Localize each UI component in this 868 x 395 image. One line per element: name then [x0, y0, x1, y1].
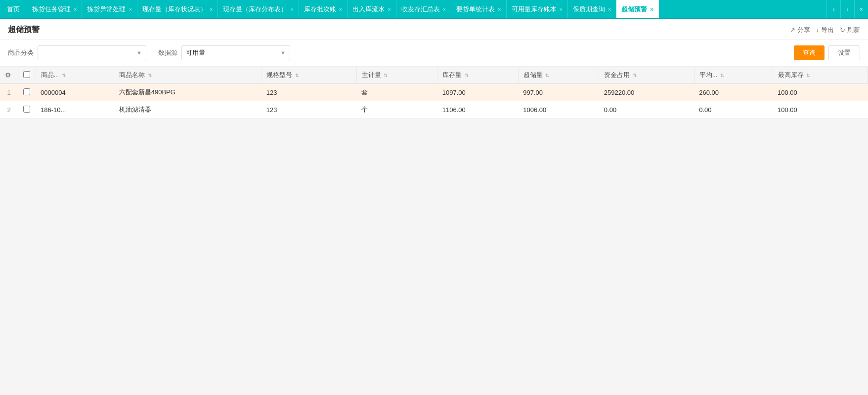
nav-tab-2[interactable]: 拣货异常处理 × [82, 0, 137, 18]
table-row: 1 0000004 六配套新昌490BPG 123 套 1097.00 997.… [0, 84, 868, 101]
close-tab-7[interactable]: × [443, 6, 446, 12]
row-1-code: 0000004 [36, 84, 114, 101]
page-header: 超储预警 ↗ 分享 ↓ 导出 ↻ 刷新 [0, 19, 868, 40]
nav-tab-6[interactable]: 出入库流水 × [347, 0, 396, 18]
sort-spec-icon: ⇅ [295, 73, 299, 78]
sort-name-icon: ⇅ [148, 73, 152, 78]
close-tab-1[interactable]: × [74, 6, 77, 12]
refresh-button[interactable]: ↻ 刷新 [840, 26, 860, 35]
col-header-capital[interactable]: 资金占用 ⇅ [599, 67, 694, 84]
sort-unit-icon: ⇅ [384, 73, 388, 78]
row-1-avg: 260.00 [694, 84, 773, 101]
table-row: 2 186-10... 机油滤清器 123 个 1106.00 1006.00 … [0, 101, 868, 118]
nav-tab-8[interactable]: 要货单统计表 × [451, 0, 506, 18]
query-button[interactable]: 查询 [794, 45, 825, 60]
col-header-check [18, 67, 36, 84]
col-header-code[interactable]: 商品... ⇅ [36, 67, 114, 84]
sort-avg-icon: ⇅ [720, 73, 724, 78]
category-select[interactable]: ▼ [38, 45, 146, 60]
row-1-spec: 123 [261, 84, 356, 101]
row-2-capital: 0.00 [599, 101, 694, 118]
filter-area: 商品分类 ▼ 数据源 可用量 ▼ 查询 设置 [0, 40, 868, 67]
row-1-check [18, 84, 36, 101]
nav-tab-1[interactable]: 拣货任务管理 × [27, 0, 82, 18]
row-2-over: 1006.00 [518, 101, 599, 118]
close-tab-11[interactable]: × [650, 6, 653, 12]
sort-capital-icon: ⇅ [633, 73, 637, 78]
nav-tab-5[interactable]: 库存批次账 × [299, 0, 347, 18]
datasource-select-arrow: ▼ [280, 50, 286, 56]
datasource-select[interactable]: 可用量 ▼ [181, 45, 290, 60]
select-all-checkbox[interactable] [23, 71, 30, 78]
sort-stock-icon: ⇅ [465, 73, 469, 78]
data-table: ⚙ 商品... ⇅ 商品名称 ⇅ 规格型号 ⇅ 主计量 [0, 67, 868, 118]
nav-arrow-close[interactable]: × [854, 0, 868, 18]
share-icon: ↗ [790, 26, 795, 34]
datasource-label: 数据源 [158, 48, 177, 57]
filter-actions: 查询 设置 [794, 45, 860, 60]
col-header-name[interactable]: 商品名称 ⇅ [114, 67, 261, 84]
row-1-stock: 1097.00 [437, 84, 519, 101]
row-1-unit: 套 [356, 84, 437, 101]
col-header-spec[interactable]: 规格型号 ⇅ [261, 67, 356, 84]
settings-button[interactable]: 设置 [828, 45, 860, 60]
nav-tab-3[interactable]: 现存量（库存状况表） × [137, 0, 218, 18]
col-header-gear: ⚙ [0, 67, 18, 84]
row-2-maxstock: 100.00 [773, 101, 868, 118]
table-header-row: ⚙ 商品... ⇅ 商品名称 ⇅ 规格型号 ⇅ 主计量 [0, 67, 868, 84]
row-1-checkbox[interactable] [23, 88, 30, 95]
gear-icon[interactable]: ⚙ [5, 71, 11, 79]
row-2-checkbox[interactable] [23, 106, 30, 113]
row-2-code: 186-10... [36, 101, 114, 118]
row-1-num: 1 [0, 84, 18, 101]
nav-arrow-right[interactable]: › [840, 0, 854, 18]
nav-arrows: ‹ › × [826, 0, 868, 18]
category-select-arrow: ▼ [136, 50, 142, 56]
row-2-unit: 个 [356, 101, 437, 118]
close-tab-4[interactable]: × [290, 6, 293, 12]
col-header-stock[interactable]: 库存量 ⇅ [437, 67, 519, 84]
close-tab-6[interactable]: × [388, 6, 391, 12]
refresh-icon: ↻ [840, 26, 845, 34]
category-label: 商品分类 [8, 48, 34, 57]
share-button[interactable]: ↗ 分享 [790, 26, 810, 35]
datasource-select-value: 可用量 [186, 48, 205, 57]
close-tab-3[interactable]: × [210, 6, 213, 12]
close-tab-9[interactable]: × [560, 6, 563, 12]
row-1-capital: 259220.00 [599, 84, 694, 101]
row-1-name: 六配套新昌490BPG [114, 84, 261, 101]
row-2-spec: 123 [261, 101, 356, 118]
category-filter: 商品分类 ▼ [8, 45, 146, 60]
nav-tab-10[interactable]: 保质期查询 × [568, 0, 616, 18]
header-actions: ↗ 分享 ↓ 导出 ↻ 刷新 [790, 26, 861, 35]
row-2-name: 机油滤清器 [114, 101, 261, 118]
sort-over-icon: ⇅ [545, 73, 549, 78]
nav-tab-7[interactable]: 收发存汇总表 × [396, 0, 451, 18]
row-2-stock: 1106.00 [437, 101, 519, 118]
nav-tab-11[interactable]: 超储预警 × [616, 0, 658, 18]
close-tab-5[interactable]: × [339, 6, 342, 12]
export-icon: ↓ [816, 26, 820, 34]
top-navigation: 首页 拣货任务管理 × 拣货异常处理 × 现存量（库存状况表） × 现存量（库存… [0, 0, 868, 19]
sort-code-icon: ⇅ [62, 73, 66, 78]
page-title: 超储预警 [8, 25, 40, 35]
col-header-unit[interactable]: 主计量 ⇅ [356, 67, 437, 84]
nav-tab-9[interactable]: 可用量库存账本 × [507, 0, 568, 18]
col-header-avg[interactable]: 平均... ⇅ [694, 67, 773, 84]
row-2-avg: 0.00 [694, 101, 773, 118]
export-button[interactable]: ↓ 导出 [816, 26, 834, 35]
nav-tab-4[interactable]: 现存量（库存分布表） × [218, 0, 299, 18]
close-tab-10[interactable]: × [608, 6, 611, 12]
close-tab-8[interactable]: × [498, 6, 501, 12]
nav-arrow-left[interactable]: ‹ [826, 0, 840, 18]
nav-home[interactable]: 首页 [0, 0, 27, 18]
col-header-maxstock[interactable]: 最高库存 ⇅ [773, 67, 868, 84]
datasource-filter: 数据源 可用量 ▼ [158, 45, 290, 60]
row-1-over: 997.00 [518, 84, 599, 101]
row-1-maxstock: 100.00 [773, 84, 868, 101]
row-2-check [18, 101, 36, 118]
close-tab-2[interactable]: × [129, 6, 131, 12]
sort-maxstock-icon: ⇅ [806, 73, 810, 78]
col-header-over[interactable]: 超储量 ⇅ [518, 67, 599, 84]
table-container: ⚙ 商品... ⇅ 商品名称 ⇅ 规格型号 ⇅ 主计量 [0, 67, 868, 118]
